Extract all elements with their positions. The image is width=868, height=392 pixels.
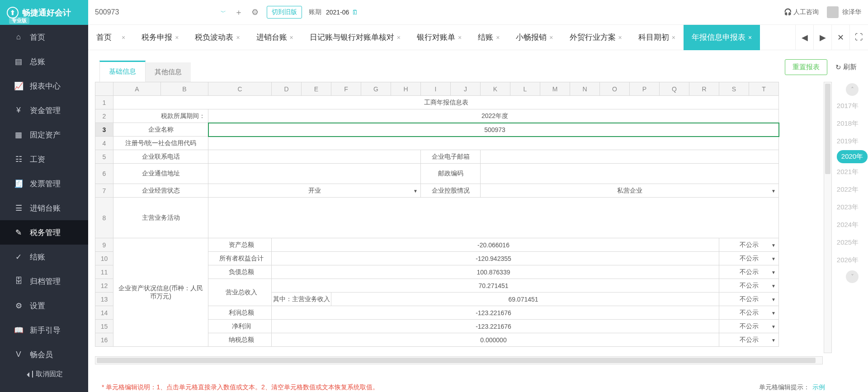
subtab-other[interactable]: 其他信息 [146, 62, 191, 82]
nav-item-4[interactable]: ▦固定资产 [0, 123, 88, 147]
tab-3[interactable]: 进销台账× [248, 25, 302, 50]
col-header[interactable]: A [113, 82, 161, 96]
refresh-button[interactable]: ↻刷新 [835, 63, 857, 71]
row-header[interactable]: 14 [95, 306, 113, 320]
dropdown-publish[interactable]: 不公示▼ [719, 265, 779, 279]
dropdown-publish[interactable]: 不公示▼ [719, 279, 779, 293]
row-header[interactable]: 8 [95, 198, 113, 238]
col-header[interactable]: O [600, 82, 630, 96]
row-header[interactable]: 5 [95, 150, 113, 164]
subtab-basic[interactable]: 基础信息 [99, 61, 146, 82]
col-header[interactable]: N [570, 82, 600, 96]
nav-item-9[interactable]: ✓结账 [0, 245, 88, 269]
row-header[interactable]: 7 [95, 184, 113, 198]
year-down-button[interactable]: ˅ [846, 270, 859, 283]
row-header[interactable]: 4 [95, 137, 113, 150]
col-header[interactable]: I [421, 82, 451, 96]
add-button[interactable]: ＋ [232, 5, 245, 19]
close-icon[interactable]: × [290, 34, 293, 41]
row-header[interactable]: 2 [95, 109, 113, 123]
tab-4[interactable]: 日记账与银行对账单核对× [302, 25, 409, 50]
year-2018年[interactable]: 2018年 [837, 115, 868, 132]
nav-item-5[interactable]: ☷工资 [0, 147, 88, 171]
nav-item-2[interactable]: 📈报表中心 [0, 74, 88, 98]
col-header[interactable]: B [161, 82, 208, 96]
close-icon[interactable]: × [236, 34, 240, 41]
year-2020年[interactable]: 2020年 [837, 150, 868, 163]
row-header[interactable]: 15 [95, 320, 113, 333]
dropdown-publish[interactable]: 不公示▼ [719, 306, 779, 320]
row-header[interactable]: 9 [95, 238, 113, 252]
row-header[interactable]: 16 [95, 333, 113, 347]
consult-button[interactable]: 🎧 人工咨询 [784, 8, 819, 16]
row-header[interactable]: 10 [95, 252, 113, 265]
col-header[interactable]: L [510, 82, 540, 96]
dropdown-status[interactable]: 开业▼ [208, 184, 421, 198]
nav-item-1[interactable]: ▤总账 [0, 49, 88, 74]
dropdown-holding[interactable]: 私营企业▼ [481, 184, 779, 198]
tabs-scroll-left[interactable]: ◀ [796, 25, 814, 50]
calendar-icon[interactable]: 🗓 [352, 9, 358, 16]
tab-6[interactable]: 结账× [470, 25, 508, 50]
tab-10[interactable]: 年报信息申报表× [684, 25, 760, 50]
nav-item-11[interactable]: ⚙设置 [0, 293, 88, 318]
col-header[interactable]: P [630, 82, 660, 96]
close-icon[interactable]: × [748, 34, 752, 41]
col-header[interactable]: K [481, 82, 510, 96]
tab-8[interactable]: 外贸行业方案× [561, 25, 630, 50]
fullscreen-icon[interactable]: ⛶ [850, 25, 868, 50]
tab-0[interactable]: 首页× [88, 25, 133, 50]
row-header[interactable]: 3 [95, 123, 113, 137]
nav-item-6[interactable]: 🧾发票管理 [0, 171, 88, 196]
close-icon[interactable]: × [397, 34, 401, 41]
unpin-button[interactable]: ⏴▎ 取消固定 [0, 365, 88, 383]
col-header[interactable]: C [208, 82, 272, 96]
dropdown-publish[interactable]: 不公示▼ [719, 252, 779, 265]
col-header[interactable]: Q [660, 82, 689, 96]
year-2022年[interactable]: 2022年 [837, 181, 868, 198]
nav-item-3[interactable]: ¥资金管理 [0, 98, 88, 123]
dropdown-publish[interactable]: 不公示▼ [719, 320, 779, 333]
close-icon[interactable]: × [175, 34, 179, 41]
col-header[interactable]: T [749, 82, 779, 96]
row-header[interactable]: 6 [95, 164, 113, 184]
vertical-scrollbar[interactable] [824, 82, 832, 353]
dropdown-publish[interactable]: 不公示▼ [719, 238, 779, 252]
col-header[interactable]: D [272, 82, 302, 96]
tab-9[interactable]: 科目期初× [630, 25, 684, 50]
close-icon[interactable]: × [496, 34, 500, 41]
cell-company-name[interactable]: 500973 [208, 123, 779, 137]
year-2021年[interactable]: 2021年 [837, 163, 868, 181]
example-link[interactable]: 示例 [812, 383, 825, 391]
year-2017年[interactable]: 2017年 [837, 97, 868, 115]
sheet-title[interactable]: 工商年报信息表 [113, 96, 779, 109]
close-icon[interactable]: × [122, 34, 125, 41]
close-icon[interactable]: × [672, 34, 675, 41]
row-header[interactable]: 13 [95, 293, 113, 306]
year-up-button[interactable]: ˄ [846, 83, 859, 96]
nav-item-13[interactable]: V畅会员 [0, 342, 88, 367]
row-header[interactable]: 1 [95, 96, 113, 109]
dropdown-publish[interactable]: 不公示▼ [719, 293, 779, 306]
year-2019年[interactable]: 2019年 [837, 132, 868, 150]
regenerate-button[interactable]: 重置报表 [785, 59, 827, 75]
year-2024年[interactable]: 2024年 [837, 216, 868, 234]
switch-old-button[interactable]: 切到旧版 [267, 6, 302, 19]
company-selector[interactable]: 500973 ﹀ [95, 5, 231, 19]
sheet-corner[interactable] [95, 82, 113, 96]
col-header[interactable]: E [302, 82, 331, 96]
col-header[interactable]: F [331, 82, 361, 96]
close-icon[interactable]: × [549, 34, 553, 41]
nav-item-10[interactable]: 🗄归档管理 [0, 269, 88, 293]
tab-5[interactable]: 银行对账单× [409, 25, 470, 50]
nav-item-12[interactable]: 📖新手引导 [0, 318, 88, 342]
user-menu[interactable]: 徐泽华 [827, 6, 861, 18]
col-header[interactable]: H [391, 82, 421, 96]
col-header[interactable]: R [689, 82, 719, 96]
row-header[interactable]: 12 [95, 279, 113, 293]
tabs-scroll-right[interactable]: ▶ [814, 25, 832, 50]
row-header[interactable]: 11 [95, 265, 113, 279]
year-2025年[interactable]: 2025年 [837, 234, 868, 251]
tab-1[interactable]: 税务申报× [133, 25, 187, 50]
close-icon[interactable]: × [618, 34, 622, 41]
